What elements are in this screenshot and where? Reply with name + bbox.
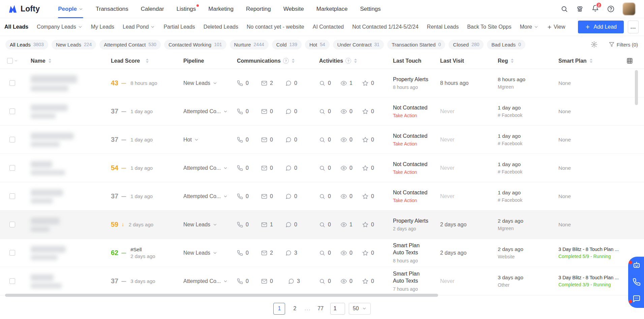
page-2-button[interactable]: 2 (289, 303, 301, 315)
view-tab-all-leads[interactable]: All Leads (4, 24, 28, 30)
view-tab-not-contacted[interactable]: Not Contacted 1/124-5/2/24 (352, 24, 419, 30)
help-icon[interactable] (607, 5, 614, 12)
stage-hot[interactable]: Hot54 (305, 40, 330, 50)
stage-bad-leads[interactable]: Bad Leads0 (487, 40, 525, 50)
sort-activities[interactable] (354, 59, 357, 63)
row-checkbox[interactable] (9, 108, 15, 114)
page-1-button[interactable]: 1 (273, 303, 285, 315)
table-row[interactable]: 59 ↓ 2 days ago New Leads 0 1 0 0 1 0 Pr… (0, 211, 644, 239)
views-more-menu[interactable]: More (520, 24, 538, 30)
stage-under-contract[interactable]: Under Contract31 (333, 40, 384, 50)
row-checkbox[interactable] (9, 250, 15, 256)
sort-smart-plan[interactable] (590, 59, 592, 63)
pipeline-select[interactable]: New Leads (183, 222, 217, 228)
row-checkbox[interactable] (9, 165, 15, 171)
stage-nurture[interactable]: Nurture2444 (230, 40, 269, 50)
take-action-link[interactable]: Take Action (393, 198, 427, 203)
take-action-link[interactable]: Take Action (393, 113, 427, 118)
chat-bubble-icon (633, 295, 641, 303)
nav-people[interactable]: People (58, 0, 83, 18)
column-settings-icon[interactable] (626, 58, 633, 64)
stage-new-leads[interactable]: New Leads224 (52, 40, 96, 50)
row-checkbox[interactable] (9, 222, 15, 227)
pipeline-select[interactable]: Attempted Co... (183, 108, 228, 115)
horizontal-scrollbar[interactable] (5, 294, 438, 297)
sort-reg[interactable] (511, 59, 514, 63)
pipeline-select[interactable]: New Leads (183, 250, 217, 256)
score-trend-down-icon: ↓ (121, 221, 124, 228)
stage-transaction-started[interactable]: Transaction Started0 (387, 40, 445, 50)
gear-icon[interactable] (591, 41, 597, 48)
nav-settings[interactable]: Settings (360, 0, 380, 18)
stage-contacted-working[interactable]: Contacted Working101 (164, 40, 226, 50)
dialer-icon[interactable] (576, 5, 583, 12)
take-action-link[interactable]: Take Action (393, 169, 427, 175)
sort-communications[interactable] (292, 59, 295, 63)
view-tab-lead-pond[interactable]: Lead Pond (123, 24, 155, 30)
more-actions-button[interactable]: ... (628, 21, 639, 33)
row-checkbox[interactable] (9, 137, 15, 142)
nav-reporting[interactable]: Reporting (246, 0, 271, 18)
search-icon[interactable] (561, 5, 568, 12)
help-icon[interactable]: ? (283, 58, 289, 64)
view-tab-partial-leads[interactable]: Partial Leads (163, 24, 195, 30)
view-tab-company-leads[interactable]: Company Leads (37, 24, 83, 30)
pipeline-select[interactable]: Attempted Co... (183, 278, 228, 284)
page-size-select[interactable]: 50 (349, 303, 371, 315)
pipeline-select[interactable]: Attempted Co... (183, 165, 228, 171)
notifications-button[interactable]: 2 (592, 5, 599, 13)
pipeline-select[interactable]: Hot (183, 137, 199, 143)
ai-assistant-button[interactable] (632, 261, 641, 270)
call-button[interactable] (632, 278, 641, 287)
vertical-scrollbar[interactable] (635, 70, 638, 105)
view-tab-ai-contacted[interactable]: AI Contacted (313, 24, 344, 30)
nav-calendar[interactable]: Calendar (141, 0, 164, 18)
filters-button[interactable]: Filters (0) (609, 42, 638, 47)
pipeline-select[interactable]: Attempted Co... (183, 193, 228, 199)
sort-name[interactable] (49, 59, 51, 63)
smart-plan-name[interactable]: 3 Day Blitz - 8 Touch Plan ... (558, 247, 623, 252)
table-row[interactable]: 37 — 3 days ago Attempted Co... 0 0 3 0 … (0, 267, 644, 295)
nav-listings[interactable]: Listings (177, 0, 196, 18)
chevron-down-icon (194, 137, 199, 142)
row-checkbox[interactable] (9, 278, 15, 284)
avatar[interactable] (623, 3, 635, 15)
take-action-link[interactable]: Take Action (393, 141, 427, 147)
stage-all-leads[interactable]: All Leads3803 (5, 40, 48, 50)
select-all-caret-icon[interactable] (14, 59, 18, 63)
view-tab-my-leads[interactable]: My Leads (91, 24, 114, 30)
nav-marketing[interactable]: Marketing (208, 0, 234, 18)
table-row[interactable]: 54 — 1 day ago Attempted Co... 0 0 0 0 0… (0, 154, 644, 182)
add-lead-button[interactable]: Add Lead (578, 21, 624, 33)
stage-attempted-contact[interactable]: Attempted Contact530 (99, 40, 161, 50)
lofty-logo[interactable]: Lofty (8, 4, 40, 14)
view-tab-deleted-leads[interactable]: Deleted Leads (204, 24, 238, 30)
table-row[interactable]: 43 — 8 hours ago New Leads 0 2 0 0 1 0 P… (0, 69, 644, 97)
table-row[interactable]: 37 — 1 day ago Attempted Co... 0 0 0 0 0… (0, 182, 644, 211)
row-checkbox[interactable] (9, 80, 15, 86)
page-jump-input[interactable] (330, 303, 345, 315)
add-view-button[interactable]: View (547, 24, 565, 30)
sort-lead-score[interactable] (146, 59, 149, 63)
view-tab-back-to-site-opps[interactable]: Back To Site Opps (467, 24, 511, 30)
page-ellipsis[interactable]: ... (304, 306, 311, 312)
table-row[interactable]: 37 — 1 day ago Attempted Co... 0 0 0 0 0… (0, 97, 644, 126)
table-row[interactable]: 62 — #Sell 2 days ago New Leads 0 2 3 0 … (0, 239, 644, 267)
score-trend-icon: — (121, 137, 126, 142)
row-checkbox[interactable] (9, 193, 15, 199)
pipeline-select[interactable]: New Leads (183, 80, 217, 86)
page-last-button[interactable]: 77 (315, 303, 327, 315)
select-all-checkbox[interactable] (7, 58, 13, 64)
help-icon[interactable]: ? (345, 58, 351, 64)
stage-cold[interactable]: Cold139 (272, 40, 302, 50)
table-row[interactable]: 37 — 1 day ago Hot 0 0 0 0 0 0 Not Conta… (0, 126, 644, 154)
chat-button[interactable] (632, 295, 641, 304)
view-tab-rental-leads[interactable]: Rental Leads (427, 24, 459, 30)
nav-marketplace[interactable]: Marketplace (316, 0, 348, 18)
nav-transactions[interactable]: Transactions (96, 0, 128, 18)
view-tab-no-contact-yet[interactable]: No contact yet - website (247, 24, 304, 30)
nav-website[interactable]: Website (283, 0, 304, 18)
stage-closed[interactable]: Closed280 (449, 40, 484, 50)
stage-label: Contacted Working (168, 42, 211, 47)
smart-plan-name[interactable]: 3 Day Blitz - 8 Touch Plan ... (558, 275, 623, 280)
